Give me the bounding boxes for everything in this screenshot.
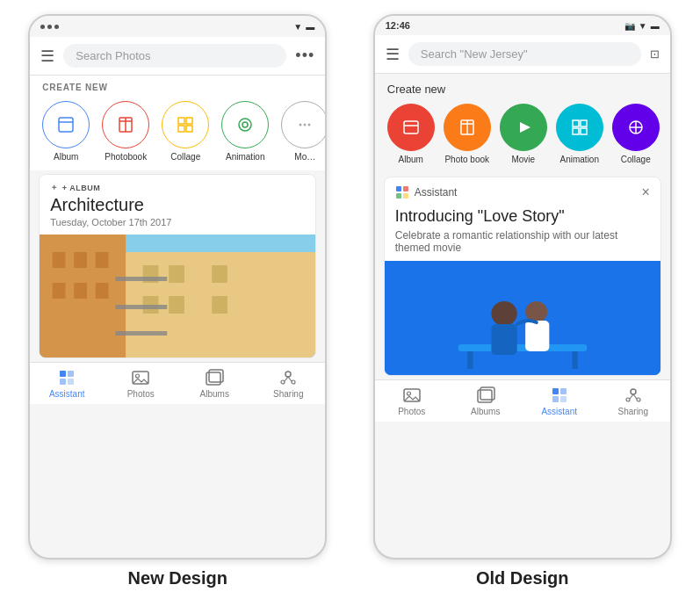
nav-albums[interactable]: Albums: [177, 368, 251, 399]
svg-rect-32: [60, 371, 66, 377]
old-animation-circle: [556, 104, 603, 151]
animation-icon: [235, 115, 255, 134]
create-collage[interactable]: Collage: [162, 101, 209, 162]
time-display: 12:46: [386, 20, 410, 31]
hamburger-icon[interactable]: ☰: [40, 47, 54, 66]
svg-point-66: [491, 301, 516, 326]
old-hamburger-icon[interactable]: ☰: [386, 45, 400, 64]
old-status-bar: 12:46 📷 ▼ ▬: [375, 16, 670, 35]
old-status-icons: 📷 ▼ ▬: [624, 21, 660, 31]
old-create-animation[interactable]: Animation: [556, 104, 603, 164]
album-tag: ＋ + ALBUM: [50, 182, 305, 193]
old-create-photobook[interactable]: Photo book: [444, 104, 491, 164]
new-search-bar[interactable]: ☰ Search Photos •••: [30, 37, 325, 76]
old-create-album[interactable]: Album: [387, 104, 435, 164]
new-bottom-nav: Assistant Photos Albums: [30, 362, 325, 404]
svg-point-40: [285, 372, 291, 377]
nav-assistant[interactable]: Assistant: [30, 368, 104, 399]
old-create-collage[interactable]: Collage: [612, 104, 660, 164]
svg-rect-60: [396, 193, 401, 199]
old-collage-label: Collage: [621, 155, 651, 164]
nav-photos[interactable]: Photos: [104, 368, 177, 399]
comparison-container: ▼ ▬ ☰ Search Photos ••• CREATE NEW: [0, 0, 700, 592]
old-assistant-nav-icon: [550, 386, 569, 405]
old-search-bar[interactable]: ☰ Search "New Jersey" ⊡: [375, 35, 670, 74]
more-circle: [281, 101, 325, 148]
new-search-input[interactable]: Search Photos: [63, 44, 286, 68]
assistant-card[interactable]: Assistant × Introducing "Love Story" Cel…: [384, 177, 661, 376]
new-status-bar: ▼ ▬: [30, 16, 325, 37]
old-design-wrapper: 12:46 📷 ▼ ▬ ☰ Search "New Jersey" ⊡ Crea…: [356, 14, 690, 592]
svg-rect-51: [573, 120, 579, 126]
old-phone-frame: 12:46 📷 ▼ ▬ ☰ Search "New Jersey" ⊡ Crea…: [373, 14, 672, 560]
couple-svg: [385, 261, 660, 375]
battery-icon: ▬: [306, 22, 314, 32]
svg-rect-31: [116, 331, 168, 336]
old-photobook-circle: [444, 104, 491, 151]
svg-point-13: [308, 124, 311, 126]
old-photobook-icon: [458, 118, 477, 137]
old-create-label-wrap: Create new: [375, 74, 670, 100]
new-status-icons: ▼ ▬: [293, 22, 314, 32]
old-album-label: Album: [399, 155, 423, 164]
album-card[interactable]: ＋ + ALBUM Architecture Tuesday, October …: [39, 174, 316, 358]
albums-nav-icon: [205, 368, 224, 387]
cast-icon[interactable]: ⊡: [650, 47, 660, 61]
collage-circle: [162, 101, 209, 148]
sharing-nav-icon: [278, 368, 298, 387]
album-card-header: ＋ + ALBUM Architecture Tuesday, October …: [40, 175, 315, 235]
more-icon[interactable]: •••: [295, 47, 314, 65]
svg-point-10: [242, 122, 248, 127]
old-animation-icon: [570, 118, 589, 137]
close-card-icon[interactable]: ×: [641, 184, 649, 200]
old-nav-photos[interactable]: Photos: [375, 386, 449, 416]
collage-label: Collage: [170, 152, 200, 162]
svg-point-78: [631, 389, 636, 394]
old-design-caption: Old Design: [476, 560, 569, 592]
svg-rect-65: [572, 351, 577, 369]
plus-icon: ＋: [50, 182, 59, 193]
svg-point-71: [407, 392, 410, 395]
new-design-caption: New Design: [128, 560, 227, 592]
old-search-input[interactable]: Search "New Jersey": [408, 42, 641, 66]
old-nav-albums[interactable]: Albums: [449, 386, 523, 416]
old-album-icon: [401, 118, 421, 137]
old-search-placeholder: Search "New Jersey": [421, 47, 528, 61]
svg-rect-62: [385, 261, 660, 375]
create-album[interactable]: Album: [42, 101, 90, 162]
old-sharing-nav-icon: [624, 386, 643, 405]
photobook-icon: [116, 115, 135, 134]
create-photobook[interactable]: Photobook: [102, 101, 149, 162]
svg-rect-6: [186, 118, 192, 124]
old-nav-sharing[interactable]: Sharing: [596, 386, 670, 416]
new-status-dots: [40, 25, 59, 29]
create-animation[interactable]: Animation: [221, 101, 269, 162]
dot-1: [40, 25, 45, 29]
assistant-label-row: Assistant: [395, 185, 458, 199]
old-photobook-label: Photo book: [444, 155, 489, 164]
dot-3: [54, 25, 59, 29]
svg-rect-69: [525, 321, 549, 351]
album-icon: [56, 115, 76, 134]
svg-rect-61: [403, 193, 408, 199]
old-nav-assistant[interactable]: Assistant: [523, 386, 596, 416]
svg-rect-28: [96, 283, 109, 299]
svg-rect-8: [186, 126, 192, 132]
more-icon-create: [295, 115, 314, 134]
svg-rect-23: [53, 252, 66, 268]
create-more[interactable]: Mo…: [281, 101, 325, 162]
architecture-svg: [40, 235, 315, 357]
svg-rect-26: [53, 283, 66, 299]
nav-albums-label: Albums: [200, 389, 229, 399]
assistant-card-title: Introducing "Love Story": [385, 207, 660, 229]
old-create-row: Album Photo book: [375, 100, 670, 173]
photobook-label: Photobook: [105, 152, 147, 162]
svg-rect-35: [68, 379, 74, 385]
album-label: Album: [54, 152, 78, 162]
assistant-card-label: Assistant: [415, 186, 458, 199]
assistant-couple-image: [385, 261, 660, 375]
svg-line-44: [288, 377, 292, 381]
svg-point-12: [304, 124, 307, 126]
nav-sharing[interactable]: Sharing: [251, 368, 325, 399]
old-create-movie[interactable]: Movie: [500, 104, 547, 164]
